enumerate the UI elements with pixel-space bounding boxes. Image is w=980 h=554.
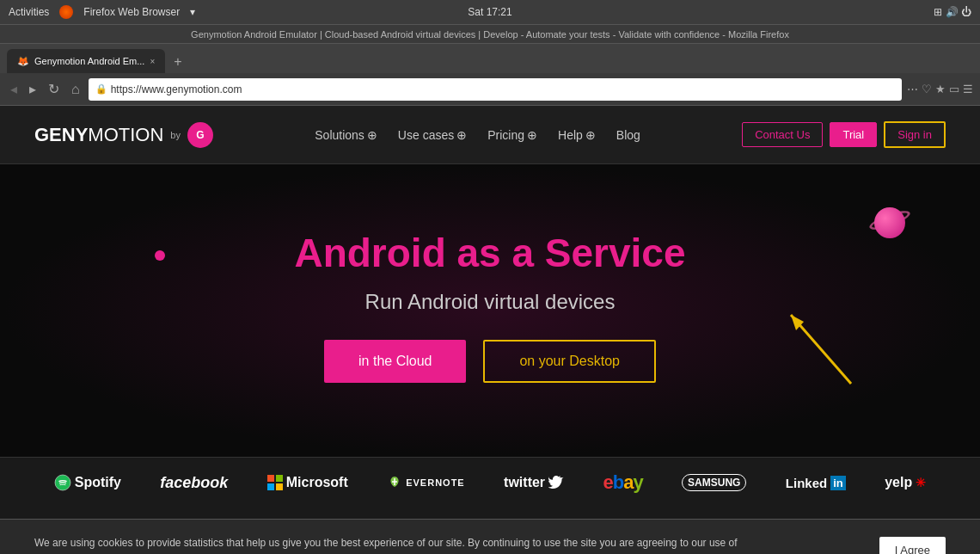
svg-rect-6 [276, 483, 283, 490]
menu-icon[interactable]: ☰ [963, 83, 973, 95]
title-bar: Genymotion Android Emulator | Cloud-base… [0, 25, 980, 44]
nav-actions: Contact Us Trial Sign in [742, 121, 946, 148]
os-bar: Activities Firefox Web Browser ▾ Sat 17:… [0, 0, 980, 24]
partner-spotify: Spotify [54, 474, 121, 491]
genymobile-logo: G [187, 122, 213, 148]
cookie-text: We are using cookies to provide statisti… [34, 535, 739, 555]
logo-by-text: by [170, 130, 181, 140]
evernote-label: EVERNOTE [406, 477, 465, 488]
ssl-lock-icon: 🔒 [95, 83, 107, 95]
website: GENYMOTION by G Solutions ⊕ Use cases ⊕ … [0, 106, 980, 519]
pricing-chevron-icon: ⊕ [527, 128, 537, 142]
contact-us-button[interactable]: Contact Us [742, 122, 823, 147]
firefox-icon [59, 5, 73, 19]
partner-ebay: ebay [603, 471, 643, 494]
back-button[interactable]: ◂ [7, 79, 21, 99]
sign-in-button[interactable]: Sign in [884, 121, 946, 148]
agree-button[interactable]: I Agree [879, 537, 946, 554]
nav-pricing[interactable]: Pricing ⊕ [487, 128, 537, 142]
floating-dot [155, 250, 165, 261]
reload-button[interactable]: ↻ [45, 79, 63, 99]
svg-rect-4 [276, 475, 283, 482]
svg-rect-3 [267, 475, 274, 482]
title-bar-text: Genymotion Android Emulator | Cloud-base… [191, 29, 789, 40]
home-button[interactable]: ⌂ [68, 80, 83, 99]
address-bar[interactable]: 🔒 https://www.genymotion.com [89, 78, 902, 101]
spotify-label: Spotify [75, 475, 121, 490]
samsung-label: SAMSUNG [688, 477, 740, 489]
os-time: Sat 17:21 [468, 6, 511, 18]
cloud-button[interactable]: in the Cloud [324, 340, 466, 383]
browser-name-label: Firefox Web Browser [83, 6, 180, 18]
arrow-annotation [774, 298, 877, 404]
yelp-label: yelp [885, 475, 912, 490]
svg-rect-5 [267, 483, 274, 490]
linkedin-label: Linked [786, 476, 827, 490]
cookie-message: We are using cookies to provide statisti… [34, 537, 738, 555]
dropdown-icon: ▾ [190, 6, 195, 18]
solutions-chevron-icon: ⊕ [367, 128, 377, 142]
sidebar-icon[interactable]: ▭ [949, 83, 959, 95]
help-chevron-icon: ⊕ [585, 128, 596, 142]
use-cases-chevron-icon: ⊕ [456, 128, 467, 142]
partner-microsoft: Microsoft [267, 475, 348, 490]
microsoft-label: Microsoft [286, 475, 348, 490]
partner-evernote: EVERNOTE [387, 475, 465, 490]
site-logo: GENYMOTION by G [34, 122, 213, 148]
pocket-icon[interactable]: ♡ [922, 83, 932, 95]
tab-favicon: 🦊 [17, 56, 29, 67]
nav-use-cases[interactable]: Use cases ⊕ [398, 128, 467, 142]
nav-links: Solutions ⊕ Use cases ⊕ Pricing ⊕ Help ⊕… [315, 128, 640, 142]
tray-icons: ⊞ 🔊 ⏻ [934, 6, 971, 18]
os-bar-left: Activities Firefox Web Browser ▾ [9, 5, 195, 19]
nav-help[interactable]: Help ⊕ [558, 128, 596, 142]
hero-buttons: in the Cloud on your Desktop [324, 340, 656, 383]
nav-solutions[interactable]: Solutions ⊕ [315, 128, 377, 142]
planet-circle [874, 207, 905, 238]
browser-window: Genymotion Android Emulator | Cloud-base… [0, 24, 980, 106]
os-bar-right: ⊞ 🔊 ⏻ [934, 6, 971, 18]
active-tab[interactable]: 🦊 Genymotion Android Em... × [7, 49, 165, 73]
tab-close-btn[interactable]: × [150, 57, 155, 66]
desktop-button[interactable]: on your Desktop [483, 340, 656, 383]
nav-extras: ⋯ ♡ ★ ▭ ☰ [907, 83, 973, 95]
url-text: https://www.genymotion.com [111, 83, 242, 95]
hero-subtitle: Run Android virtual devices [365, 290, 616, 314]
hero-title: Android as a Service [294, 230, 685, 276]
star-icon[interactable]: ★ [935, 83, 946, 95]
partners-bar: Spotify facebook Microsoft EVERNOTE twit… [0, 457, 980, 508]
trial-button[interactable]: Trial [830, 122, 877, 147]
hero-section: Android as a Service Run Android virtual… [0, 164, 980, 457]
bookmarks-icon[interactable]: ⋯ [907, 83, 918, 95]
partner-facebook: facebook [160, 474, 228, 492]
partner-linkedin: Linked in [786, 476, 846, 490]
partner-twitter: twitter [504, 475, 564, 490]
browser-nav-bar: ◂ ▸ ↻ ⌂ 🔒 https://www.genymotion.com ⋯ ♡… [0, 73, 980, 106]
ebay-label: ebay [603, 471, 643, 494]
nav-blog[interactable]: Blog [616, 128, 640, 142]
partner-yelp: yelp ✳ [885, 475, 926, 490]
new-tab-button[interactable]: + [168, 54, 187, 70]
logo-text: GENYMOTION [34, 124, 163, 146]
planet-decoration [868, 199, 911, 242]
twitter-label: twitter [504, 475, 545, 490]
tab-label: Genymotion Android Em... [34, 56, 144, 66]
tab-bar: 🦊 Genymotion Android Em... × + [0, 44, 980, 73]
activities-label[interactable]: Activities [9, 6, 49, 18]
site-nav: GENYMOTION by G Solutions ⊕ Use cases ⊕ … [0, 106, 980, 164]
partner-samsung: SAMSUNG [682, 474, 746, 491]
forward-button[interactable]: ▸ [26, 79, 40, 99]
cookie-bar: We are using cookies to provide statisti… [0, 519, 980, 554]
